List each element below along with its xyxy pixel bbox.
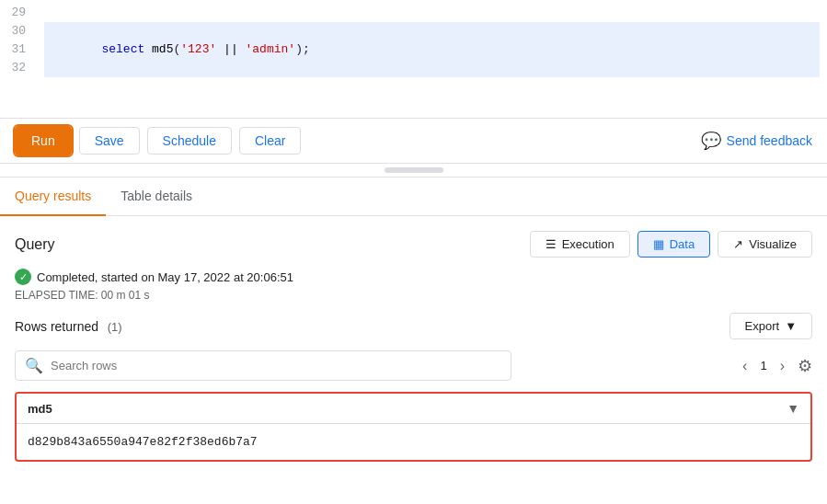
pagination: ‹ 1 › ⚙ — [737, 356, 812, 376]
execution-button[interactable]: ☰ Execution — [530, 231, 630, 258]
search-input[interactable] — [51, 359, 501, 372]
execution-icon: ☰ — [546, 237, 557, 251]
visualize-button[interactable]: ↗ Visualize — [718, 231, 812, 258]
column-header: md5 — [28, 402, 52, 416]
editor-area: 29 30 31 32 select md5('123' || 'admin')… — [0, 0, 827, 119]
rows-returned-title: Rows returned — [15, 319, 98, 334]
rows-returned-info: Rows returned (1) — [15, 319, 122, 334]
table-header-row: md5 ▼ — [17, 394, 810, 424]
sort-icon[interactable]: ▼ — [787, 401, 799, 416]
query-actions: ☰ Execution ▦ Data ↗ Visualize — [530, 231, 812, 258]
page-number: 1 — [760, 359, 766, 372]
line-numbers: 29 30 31 32 — [0, 4, 37, 114]
run-button[interactable]: Run — [15, 126, 72, 155]
data-button[interactable]: ▦ Data — [637, 231, 710, 258]
schedule-button[interactable]: Schedule — [147, 127, 232, 155]
search-box[interactable]: 🔍 — [15, 350, 511, 381]
data-icon: ▦ — [653, 237, 664, 251]
code-line-31 — [44, 77, 820, 96]
prev-page-button[interactable]: ‹ — [737, 356, 752, 376]
tab-query-results[interactable]: Query results — [0, 178, 106, 216]
next-page-button[interactable]: › — [775, 356, 790, 376]
send-feedback-button[interactable]: 💬 Send feedback — [701, 131, 812, 151]
send-feedback-label: Send feedback — [727, 133, 812, 148]
search-icon: 🔍 — [25, 357, 43, 374]
count-badge: (1) — [108, 320, 122, 334]
export-button[interactable]: Export ▼ — [729, 313, 812, 339]
clear-button[interactable]: Clear — [239, 127, 301, 155]
feedback-icon: 💬 — [701, 131, 721, 151]
cell-value: d829b843a6550a947e82f2f38ed6b7a7 — [28, 435, 258, 449]
status-text: Completed, started on May 17, 2022 at 20… — [37, 270, 293, 284]
code-line-32 — [44, 96, 820, 114]
export-chevron-icon: ▼ — [785, 319, 797, 333]
scroll-hint — [0, 164, 827, 178]
code-line-30: select md5('123' || 'admin'); — [44, 22, 820, 77]
tab-table-details[interactable]: Table details — [106, 178, 207, 216]
toolbar: Run Save Schedule Clear 💬 Send feedback — [0, 119, 827, 164]
visualize-icon: ↗ — [733, 237, 743, 251]
save-button[interactable]: Save — [79, 127, 140, 155]
status-row: ✓ Completed, started on May 17, 2022 at … — [15, 269, 812, 285]
query-title: Query — [15, 236, 55, 253]
query-header: Query ☰ Execution ▦ Data ↗ Visualize — [15, 231, 812, 258]
code-line-29 — [44, 4, 820, 22]
content-area: Query ☰ Execution ▦ Data ↗ Visualize ✓ C… — [0, 216, 827, 476]
check-icon: ✓ — [15, 269, 31, 285]
table-settings-button[interactable]: ⚙ — [798, 356, 812, 376]
table-data-row: d829b843a6550a947e82f2f38ed6b7a7 — [17, 424, 810, 460]
search-row: 🔍 ‹ 1 › ⚙ — [15, 350, 812, 381]
code-content[interactable]: select md5('123' || 'admin'); — [37, 4, 827, 114]
tabs-bar: Query results Table details — [0, 178, 827, 216]
elapsed-time: ELAPSED TIME: 00 m 01 s — [15, 289, 812, 302]
data-table: md5 ▼ d829b843a6550a947e82f2f38ed6b7a7 — [15, 392, 812, 462]
scroll-handle — [385, 167, 443, 173]
rows-returned-header: Rows returned (1) Export ▼ — [15, 313, 812, 339]
